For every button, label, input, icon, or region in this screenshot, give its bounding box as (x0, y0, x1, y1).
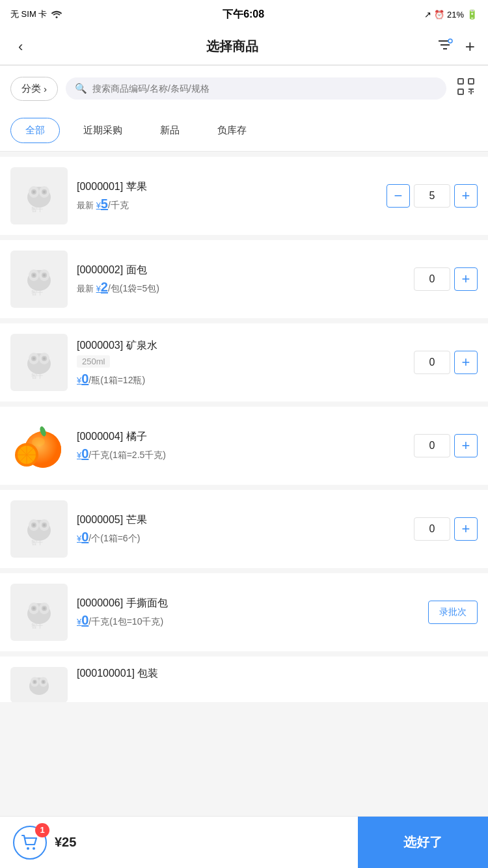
svg-point-60 (33, 607, 35, 610)
svg-rect-8 (458, 89, 463, 94)
tab-all[interactable]: 全部 (10, 118, 60, 143)
qty-control: + (414, 517, 478, 541)
qty-increase-button[interactable]: + (454, 267, 478, 291)
search-bar: 🔍 (66, 77, 446, 100)
tab-negative[interactable]: 负库存 (203, 118, 261, 142)
qty-decrease-button[interactable]: − (386, 184, 410, 208)
battery-icon: 🔋 (467, 9, 478, 20)
category-button[interactable]: 分类 › (10, 77, 58, 101)
product-thumbnail: 智十 (10, 251, 68, 308)
cart-section: 1 ¥25 (0, 826, 358, 860)
carrier-text: 无 SIM 卡 (10, 8, 47, 20)
product-item-partial: [000100001] 包装 (0, 657, 488, 702)
svg-point-61 (43, 607, 46, 610)
back-button[interactable]: ‹ (13, 33, 28, 61)
product-price: ¥0/千克(1箱=2.5千克) (77, 446, 405, 461)
qty-increase-button[interactable]: + (454, 434, 478, 457)
product-info: [0000004] 橘子 ¥0/千克(1箱=2.5千克) (77, 430, 405, 461)
product-name: [000100001] 包装 (77, 667, 478, 681)
cart-total: ¥25 (55, 835, 76, 850)
nav-bar: ‹ 选择商品 + + (0, 29, 488, 65)
search-input[interactable] (92, 83, 437, 94)
product-item: 智十 [0000001] 苹果 最新 ¥5/千克 − + (0, 157, 488, 235)
product-thumbnail: 智十 (10, 500, 68, 558)
product-name: [0000003] 矿泉水 (77, 339, 405, 353)
qty-control: + (414, 434, 478, 457)
product-price: 最新 ¥2/包(1袋=5包) (77, 280, 405, 295)
svg-point-18 (33, 191, 35, 193)
cart-icon-button[interactable]: 1 (13, 826, 47, 860)
product-name: [0000004] 橘子 (77, 430, 405, 444)
svg-point-35 (43, 357, 46, 360)
qty-input[interactable] (414, 351, 450, 374)
product-item: 智十 [0000002] 面包 最新 ¥2/包(1袋=5包) + (0, 240, 488, 318)
qty-control: + (414, 267, 478, 291)
svg-point-19 (43, 191, 46, 193)
svg-point-52 (33, 524, 35, 526)
product-info: [0000006] 手撕面包 ¥0/千克(1包=10千克) (77, 597, 419, 628)
product-info: [0000005] 芒果 ¥0/个(1箱=6个) (77, 513, 405, 545)
qty-increase-button[interactable]: + (454, 184, 478, 208)
status-time: 下午6:08 (223, 8, 264, 21)
product-item: 智十 [0000005] 芒果 ¥0/个(1箱=6个) + (0, 490, 488, 568)
product-thumbnail: 智十 (10, 334, 68, 391)
qty-input[interactable] (414, 184, 450, 208)
qty-input[interactable] (414, 517, 450, 541)
page-title: 选择商品 (206, 38, 258, 55)
filter-bar: 分类 › 🔍 (0, 66, 488, 111)
product-info: [0000002] 面包 最新 ¥2/包(1袋=5包) (77, 264, 405, 295)
bottom-bar: 1 ¥25 选好了 (0, 816, 488, 868)
qty-increase-button[interactable]: + (454, 351, 478, 374)
scan-icon[interactable] (454, 75, 478, 102)
bottom-spacer (0, 702, 488, 761)
product-item: 智十 [0000003] 矿泉水 250ml ¥0/瓶(1箱=12瓶) + (0, 323, 488, 401)
qty-input[interactable] (414, 267, 450, 291)
product-info: [0000003] 矿泉水 250ml ¥0/瓶(1箱=12瓶) (77, 339, 405, 387)
battery-percent: 21% (447, 10, 464, 20)
svg-text:智十: 智十 (31, 206, 43, 213)
add-icon[interactable]: + (465, 36, 475, 57)
svg-point-70 (27, 847, 29, 850)
product-thumbnail: 智十 (10, 584, 68, 641)
svg-point-0 (56, 16, 58, 18)
tab-bar: 全部 近期采购 新品 负库存 (0, 111, 488, 152)
filter-icon[interactable]: + (437, 38, 454, 56)
product-image (10, 417, 68, 474)
qty-control: − + (386, 184, 478, 208)
qty-increase-button[interactable]: + (454, 517, 478, 541)
product-info: [0000001] 苹果 最新 ¥5/千克 (77, 180, 377, 211)
product-name: [0000001] 苹果 (77, 180, 377, 194)
tab-new[interactable]: 新品 (146, 118, 194, 142)
product-item: 智十 [0000006] 手撕面包 ¥0/千克(1包=10千克) 录批次 (0, 573, 488, 651)
svg-point-39 (32, 437, 45, 446)
product-item: [0000004] 橘子 ¥0/千克(1箱=2.5千克) + (0, 407, 488, 485)
status-bar: 无 SIM 卡 下午6:08 ↗ ⏰ 21% 🔋 (0, 0, 488, 29)
product-price: ¥0/瓶(1箱=12瓶) (77, 372, 405, 387)
qty-input[interactable] (414, 434, 450, 457)
svg-point-71 (33, 847, 35, 850)
confirm-button[interactable]: 选好了 (358, 817, 488, 869)
product-price: ¥0/个(1箱=6个) (77, 530, 405, 545)
batch-button[interactable]: 录批次 (428, 601, 478, 624)
status-carrier: 无 SIM 卡 (10, 8, 62, 20)
svg-point-53 (43, 524, 46, 526)
category-label: 分类 (21, 83, 41, 95)
product-list: 智十 [0000001] 苹果 最新 ¥5/千克 − + (0, 152, 488, 761)
svg-point-26 (33, 274, 35, 277)
svg-point-27 (43, 274, 46, 277)
product-name: [0000002] 面包 (77, 264, 405, 277)
svg-text:智十: 智十 (31, 623, 43, 629)
tab-recent[interactable]: 近期采购 (69, 118, 137, 142)
product-name: [0000006] 手撕面包 (77, 597, 419, 610)
status-battery: ↗ ⏰ 21% 🔋 (424, 9, 478, 20)
svg-text:智十: 智十 (31, 373, 43, 379)
svg-text:智十: 智十 (31, 290, 43, 296)
svg-point-68 (34, 681, 36, 683)
category-arrow-icon: › (44, 83, 47, 94)
product-thumbnail (10, 417, 68, 474)
search-icon: 🔍 (75, 83, 87, 94)
svg-text:智十: 智十 (31, 539, 43, 546)
svg-point-34 (33, 357, 35, 360)
svg-point-69 (42, 681, 44, 683)
product-thumbnail: 智十 (10, 167, 68, 224)
